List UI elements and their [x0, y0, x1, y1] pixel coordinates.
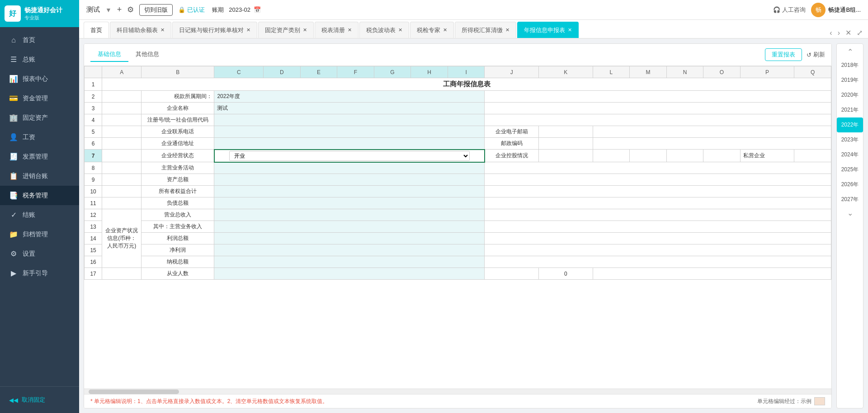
col-header-n[interactable]: N [666, 66, 703, 78]
tab-close-tax-wave[interactable]: ✕ [398, 27, 402, 33]
col-header-d[interactable]: D [264, 66, 301, 78]
cell-8c[interactable] [214, 162, 485, 174]
col-header-q[interactable]: Q [794, 66, 831, 78]
sidebar-item-reports[interactable]: 📊 报表中心 [0, 69, 79, 89]
sidebar-item-ledger[interactable]: ☰ 总账 [0, 50, 79, 69]
sidebar-item-settlement[interactable]: ✓ 结账 [0, 205, 79, 225]
col-header-g[interactable]: G [374, 66, 411, 78]
cell-14c[interactable] [214, 233, 485, 244]
spreadsheet-wrapper[interactable]: A B C D E F G H I J K L M [84, 66, 831, 389]
tab-close-all[interactable]: ✕ [844, 28, 853, 38]
cell-15c[interactable] [214, 244, 485, 256]
year-item-2026[interactable]: 2026年 [837, 177, 863, 192]
year-item-2025[interactable]: 2025年 [837, 162, 863, 177]
cell-14-rest[interactable] [485, 233, 831, 244]
cell-16-rest[interactable] [485, 256, 831, 268]
scrollbar-thumb[interactable] [89, 390, 179, 394]
cell-12c[interactable] [214, 209, 485, 221]
cell-11a[interactable] [102, 197, 142, 209]
cell-17j[interactable] [485, 268, 539, 280]
cell-17-rest[interactable] [593, 268, 831, 280]
col-header-h[interactable]: H [411, 66, 448, 78]
col-header-a[interactable]: A [102, 66, 142, 78]
cell-5k[interactable] [539, 126, 593, 138]
refresh-button[interactable]: ↺ 刷新 [807, 51, 825, 59]
cell-7o[interactable] [703, 150, 741, 162]
col-header-j[interactable]: J [485, 66, 539, 78]
cell-3a[interactable] [102, 103, 142, 114]
sidebar-item-assets[interactable]: 🏢 固定资产 [0, 108, 79, 127]
cell-8-rest[interactable] [485, 162, 831, 174]
cell-5-rest[interactable] [593, 126, 831, 138]
topbar-user[interactable]: 畅 畅捷通B组... [811, 3, 861, 17]
cell-10a[interactable] [102, 186, 142, 197]
year-item-2027[interactable]: 2027年 [837, 192, 863, 207]
tab-tax-wave[interactable]: 税负波动表 ✕ [359, 22, 409, 38]
cell-4c[interactable] [214, 114, 485, 126]
cell-6c[interactable] [214, 138, 485, 150]
tab-close-income-tax[interactable]: ✕ [505, 27, 509, 33]
cell-5a[interactable] [102, 126, 142, 138]
tab-close-annual-report[interactable]: ✕ [568, 27, 572, 33]
cell-7k[interactable] [539, 150, 593, 162]
cell-9a[interactable] [102, 174, 142, 186]
reset-report-button[interactable]: 重置报表 [765, 48, 802, 61]
topbar-settings-btn[interactable]: ⚙ [127, 5, 134, 14]
year-item-2022[interactable]: 2022年 [837, 117, 863, 132]
tab-annual-report[interactable]: 年报信息申报表 ✕ [517, 22, 579, 38]
sidebar-collapse-btn[interactable]: ◀◀ 取消固定 [0, 391, 79, 408]
tab-close-assets-type[interactable]: ✕ [303, 27, 307, 33]
topbar-add-btn[interactable]: + [117, 5, 122, 14]
topbar-dropdown-arrow[interactable]: ▼ [105, 6, 112, 14]
cell-15-rest[interactable] [485, 244, 831, 256]
topbar-support-btn[interactable]: 🎧 人工咨询 [773, 6, 806, 14]
cell-9-rest[interactable] [485, 174, 831, 186]
cell-7p[interactable]: 私营企业 [740, 150, 794, 162]
tab-basic-info[interactable]: 基础信息 [90, 47, 128, 62]
cell-4-rest[interactable] [485, 114, 831, 126]
cell-9c[interactable] [214, 174, 485, 186]
col-header-p[interactable]: P [740, 66, 794, 78]
cell-12-rest[interactable] [485, 209, 831, 221]
sidebar-item-tax[interactable]: 📑 税务管理 [0, 186, 79, 205]
cell-3c[interactable]: 测试 [214, 103, 485, 114]
cell-8a[interactable] [102, 162, 142, 174]
col-header-m[interactable]: M [630, 66, 667, 78]
cell-7c-active[interactable]: 开业 注销 吊销 迁出 撤销 [214, 150, 485, 162]
tab-income-tax[interactable]: 所得税汇算清缴 ✕ [455, 22, 516, 38]
sidebar-item-invoice[interactable]: 🧾 发票管理 [0, 147, 79, 166]
switch-old-version-button[interactable]: 切到旧版 [139, 4, 173, 16]
col-header-b[interactable]: B [142, 66, 214, 78]
col-header-e[interactable]: E [300, 66, 337, 78]
col-header-f[interactable]: F [337, 66, 374, 78]
cell-2-rest[interactable] [485, 91, 831, 103]
cell-4a[interactable] [102, 114, 142, 126]
cell-5c[interactable] [214, 126, 485, 138]
cell-6-rest[interactable] [593, 138, 831, 150]
cell-title[interactable]: 工商年报信息表 [102, 78, 831, 91]
year-item-2021[interactable]: 2021年 [837, 103, 863, 117]
tab-nav-right[interactable]: › [836, 28, 842, 38]
sidebar-item-home[interactable]: ⌂ 首页 [0, 31, 79, 50]
cell-7q[interactable] [794, 150, 831, 162]
tab-tax-table[interactable]: 税表清册 ✕ [315, 22, 359, 38]
col-header-k[interactable]: K [539, 66, 593, 78]
cell-2a[interactable] [102, 91, 142, 103]
cell-13-rest[interactable] [485, 221, 831, 233]
cell-17k[interactable]: 0 [539, 268, 593, 280]
cell-7n[interactable] [666, 150, 703, 162]
cell-13c[interactable] [214, 221, 485, 233]
cell-6a[interactable] [102, 138, 142, 150]
sidebar-item-purchase[interactable]: 📋 进销台账 [0, 166, 79, 186]
horizontal-scrollbar[interactable] [84, 389, 831, 394]
year-item-2018[interactable]: 2018年 [837, 58, 863, 73]
year-item-2020[interactable]: 2020年 [837, 88, 863, 103]
sidebar-item-payroll[interactable]: 👤 工资 [0, 127, 79, 147]
year-nav-up[interactable]: ⌃ [845, 46, 855, 58]
tab-assets-type[interactable]: 固定资产类别 ✕ [258, 22, 314, 38]
business-status-select[interactable]: 开业 注销 吊销 迁出 撤销 [229, 151, 470, 161]
cell-7l[interactable] [593, 150, 630, 162]
tab-tax-check[interactable]: 税检专家 ✕ [410, 22, 454, 38]
cell-10-rest[interactable] [485, 186, 831, 197]
year-item-2023[interactable]: 2023年 [837, 132, 863, 147]
